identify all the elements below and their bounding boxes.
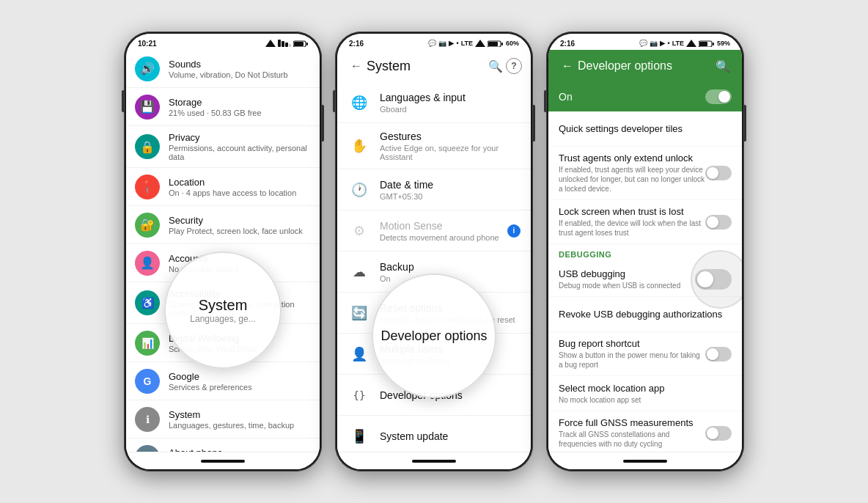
phone-2: 2:16 💬 📷 ▶ • LTE 60% ← System 🔍 ? [335, 32, 533, 471]
developer-icon: {} [347, 389, 371, 401]
status-time-3: 2:16 [560, 40, 575, 48]
storage-icon: 💾 [135, 95, 160, 120]
svg-marker-0 [265, 40, 276, 47]
dev-item-revoke-usb[interactable]: Revoke USB debugging authorizations [548, 297, 742, 332]
accessibility-icon: ♿ [135, 290, 160, 315]
users-icon: 👤 [347, 346, 371, 362]
svg-rect-7 [294, 42, 304, 46]
back-button-3[interactable]: ← [557, 56, 578, 76]
lock-screen-toggle[interactable] [705, 215, 732, 230]
status-bar-1: 10:21 [126, 34, 320, 50]
status-time-2: 2:16 [349, 40, 364, 48]
google-icon: G [135, 369, 160, 394]
update-icon: 📱 [347, 428, 371, 444]
nav-bar-2 [337, 452, 531, 469]
gnss-toggle[interactable] [705, 426, 732, 441]
dev-item-lock-screen[interactable]: Lock screen when trust is lost If enable… [548, 200, 742, 244]
phone-3: 2:16 💬 📷 ▶ • LTE 59% ← Developer options… [546, 32, 744, 471]
usb-debugging-toggle[interactable] [695, 269, 732, 290]
app-bar-3: ← Developer options 🔍 [548, 50, 742, 82]
dev-item-quick-settings[interactable]: Quick settings developer tiles [548, 111, 742, 147]
svg-rect-4 [289, 44, 291, 47]
settings-item-privacy[interactable]: 🔒 Privacy Permissions, account activity,… [126, 126, 320, 168]
accounts-icon: 👤 [135, 251, 160, 276]
settings-item-sounds[interactable]: 🔊 Sounds Volume, vibration, Do Not Distu… [126, 50, 320, 88]
circle-overlay-2: Developer options [372, 273, 496, 398]
security-icon: 🔐 [135, 213, 160, 238]
datetime-icon: 🕐 [347, 182, 371, 198]
trust-agents-toggle[interactable] [705, 166, 732, 180]
app-title-3: Developer options [578, 59, 713, 73]
debugging-section-header: DEBUGGING [548, 244, 742, 262]
app-title-2: System [367, 59, 485, 74]
search-button-3[interactable]: 🔍 [713, 56, 733, 76]
system-item-gestures[interactable]: ✋ Gestures Active Edge on, squeeze for y… [337, 123, 531, 169]
system-item-languages[interactable]: 🌐 Languages & input Gboard [337, 82, 531, 123]
svg-marker-8 [475, 40, 485, 47]
phone-1: 10:21 🔊 Sounds Volume, vibration, Do Not… [124, 32, 322, 471]
circle-overlay-1: System Languages, ge... [164, 252, 282, 369]
status-icons-3: 💬 📷 ▶ • LTE 59% [639, 40, 730, 47]
status-bar-2: 2:16 💬 📷 ▶ • LTE 60% [337, 34, 531, 50]
master-toggle[interactable] [705, 89, 732, 104]
nav-pill-3 [623, 460, 667, 463]
location-icon: 📍 [135, 175, 160, 199]
svg-rect-11 [488, 42, 498, 46]
nav-pill-2 [412, 460, 456, 463]
settings-item-system[interactable]: ℹ System Languages, gestures, time, back… [126, 400, 320, 438]
system-item-update[interactable]: 📱 System update [337, 416, 531, 452]
languages-icon: 🌐 [347, 95, 371, 111]
sounds-text: Sounds Volume, vibration, Do Not Disturb [169, 59, 311, 79]
settings-item-storage[interactable]: 💾 Storage 21% used · 50.83 GB free [126, 88, 320, 126]
settings-item-about[interactable]: 📱 About phone Pixel 4 XL [126, 438, 320, 452]
status-time-1: 10:21 [138, 40, 157, 48]
svg-rect-14 [713, 43, 714, 45]
nav-bar-1 [126, 452, 320, 469]
svg-rect-3 [285, 43, 288, 47]
back-button-2[interactable]: ← [346, 56, 367, 76]
status-icons-1 [265, 40, 308, 47]
privacy-icon: 🔒 [135, 134, 160, 159]
motion-badge: i [507, 224, 521, 238]
motion-icon: ⚙ [347, 223, 371, 239]
circle-text-1: System [190, 297, 255, 314]
dev-item-bug-report[interactable]: Bug report shortcut Show a button in the… [548, 332, 742, 376]
help-button-2[interactable]: ? [506, 58, 522, 74]
system-item-motion[interactable]: ⚙ Motion Sense Detects movement around p… [337, 210, 531, 252]
nav-pill-1 [201, 460, 245, 463]
backup-icon: ☁ [347, 264, 371, 280]
search-button-2[interactable]: 🔍 [485, 56, 506, 76]
dev-item-usb-debugging[interactable]: USB debugging Debug mode when USB is con… [548, 262, 742, 297]
svg-rect-1 [278, 40, 281, 47]
about-phone-icon: 📱 [135, 445, 160, 452]
dev-options-list: Quick settings developer tiles Trust age… [548, 111, 742, 452]
svg-rect-15 [699, 42, 707, 46]
sounds-icon: 🔊 [135, 56, 160, 81]
app-bar-2: ← System 🔍 ? [337, 50, 531, 82]
dev-item-mock-location[interactable]: Select mock location app No mock locatio… [548, 376, 742, 411]
on-toggle-bar: On [548, 82, 742, 111]
settings-item-security[interactable]: 🔐 Security Play Protect, screen lock, fa… [126, 206, 320, 244]
svg-rect-6 [306, 43, 308, 45]
svg-marker-12 [686, 40, 696, 47]
dev-item-trust-agents[interactable]: Trust agents only extend unlock If enabl… [548, 147, 742, 200]
settings-list-1: 🔊 Sounds Volume, vibration, Do Not Distu… [126, 50, 320, 452]
gestures-icon: ✋ [347, 138, 371, 154]
system-icon: ℹ [135, 407, 160, 432]
svg-rect-10 [501, 43, 503, 45]
dev-item-gnss[interactable]: Force full GNSS measurements Track all G… [548, 411, 742, 452]
status-icons-2: 💬 📷 ▶ • LTE 60% [428, 40, 519, 47]
system-item-datetime[interactable]: 🕐 Date & time GMT+05:30 [337, 169, 531, 210]
bug-report-toggle[interactable] [705, 347, 732, 361]
reset-icon: 🔄 [347, 305, 371, 321]
nav-bar-3 [548, 452, 742, 469]
digital-wellbeing-icon: 📊 [135, 331, 160, 356]
on-toggle-label: On [559, 91, 705, 103]
svg-rect-2 [282, 41, 284, 47]
settings-item-location[interactable]: 📍 Location On · 4 apps have access to lo… [126, 168, 320, 206]
status-bar-3: 2:16 💬 📷 ▶ • LTE 59% [548, 34, 742, 50]
circle-text-2: Developer options [380, 328, 487, 344]
circle-subtext-1: Languages, ge... [190, 314, 255, 324]
